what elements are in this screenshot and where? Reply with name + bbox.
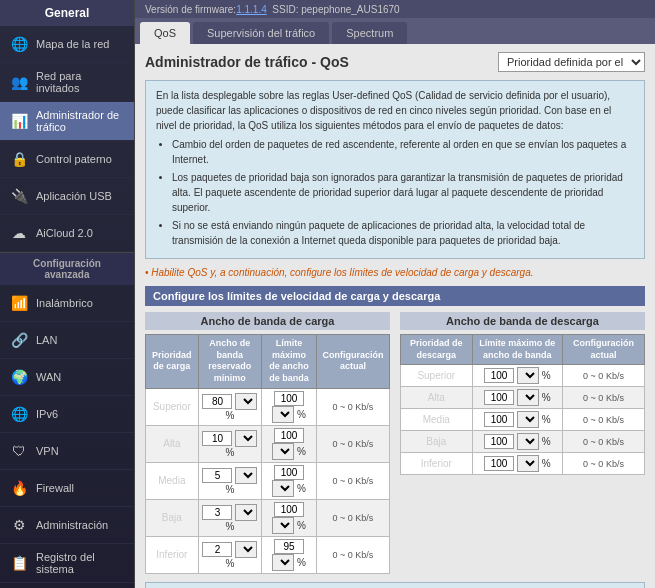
upload-min-input-1[interactable]	[202, 431, 232, 446]
upload-max-1[interactable]: ▼ %	[262, 425, 317, 462]
download-max-input-1[interactable]	[484, 390, 514, 405]
upload-box: Ancho de banda de carga Prioridad de car…	[145, 312, 390, 574]
sidebar-label-usb: Aplicación USB	[36, 190, 112, 202]
download-max-select-4[interactable]: ▼	[517, 455, 539, 472]
lan-icon: 🔗	[8, 329, 30, 351]
bullet-1: Cambio del orden de paquetes de red asce…	[172, 137, 634, 167]
upload-table: Prioridad de carga Ancho de banda reserv…	[145, 334, 390, 574]
sidebar-label-wireless: Inalámbrico	[36, 297, 93, 309]
download-max-2[interactable]: ▼ %	[472, 409, 562, 431]
sidebar-item-nettools[interactable]: 🔧 Herramientas de red	[0, 583, 134, 588]
tab-supervision[interactable]: Supervisión del tráfico	[193, 22, 329, 44]
download-max-3[interactable]: ▼ %	[472, 431, 562, 453]
tab-spectrum[interactable]: Spectrum	[332, 22, 407, 44]
upload-min-select-1[interactable]: ▼	[235, 430, 257, 447]
upload-row: Media ▼ % ▼ % 0 ~ 0 Kb/s	[146, 462, 390, 499]
upload-header-current: Configuración actual	[316, 335, 389, 389]
sidebar-label-firewall: Firewall	[36, 482, 74, 494]
upload-max-input-1[interactable]	[274, 428, 304, 443]
upload-max-input-2[interactable]	[274, 465, 304, 480]
download-max-input-3[interactable]	[484, 434, 514, 449]
sidebar-item-ipv6[interactable]: 🌐 IPv6	[0, 396, 134, 433]
download-max-input-0[interactable]	[484, 368, 514, 383]
download-title: Ancho de banda de descarga	[400, 312, 645, 330]
download-max-select-1[interactable]: ▼	[517, 389, 539, 406]
download-max-input-4[interactable]	[484, 456, 514, 471]
ipv6-icon: 🌐	[8, 403, 30, 425]
firmware-label: Versión de firmware:	[145, 4, 236, 15]
upload-row: Inferior ▼ % ▼ % 0 ~ 0 Kb/s	[146, 536, 390, 573]
upload-min-select-4[interactable]: ▼	[235, 541, 257, 558]
sidebar-group-general: General	[0, 0, 134, 26]
priority-dropdown[interactable]: Prioridad definida por el	[498, 52, 645, 72]
sidebar-item-red-invitados[interactable]: 👥 Red para invitados	[0, 63, 134, 102]
network-map-icon: 🌐	[8, 33, 30, 55]
download-max-select-2[interactable]: ▼	[517, 411, 539, 428]
upload-max-select-1[interactable]: ▼	[272, 443, 294, 460]
sidebar-item-control-paterno[interactable]: 🔒 Control paterno	[0, 141, 134, 178]
upload-min-0[interactable]: ▼ %	[198, 388, 261, 425]
upload-row: Alta ▼ % ▼ % 0 ~ 0 Kb/s	[146, 425, 390, 462]
firmware-version[interactable]: 1.1.1.4	[236, 4, 267, 15]
tab-bar: QoS Supervisión del tráfico Spectrum	[135, 18, 655, 44]
sidebar-item-firewall[interactable]: 🔥 Firewall	[0, 470, 134, 507]
upload-max-select-0[interactable]: ▼	[272, 406, 294, 423]
upload-min-input-0[interactable]	[202, 394, 232, 409]
upload-min-select-0[interactable]: ▼	[235, 393, 257, 410]
upload-max-select-3[interactable]: ▼	[272, 517, 294, 534]
upload-max-2[interactable]: ▼ %	[262, 462, 317, 499]
sidebar-item-aicloud[interactable]: ☁ AiCloud 2.0	[0, 215, 134, 252]
upload-min-input-4[interactable]	[202, 542, 232, 557]
download-max-select-0[interactable]: ▼	[517, 367, 539, 384]
upload-max-4[interactable]: ▼ %	[262, 536, 317, 573]
download-max-0[interactable]: ▼ %	[472, 365, 562, 387]
syslog-icon: 📋	[8, 552, 30, 574]
download-row: Alta ▼ % 0 ~ 0 Kb/s	[401, 387, 645, 409]
upload-min-input-2[interactable]	[202, 468, 232, 483]
sidebar-item-lan[interactable]: 🔗 LAN	[0, 322, 134, 359]
download-max-1[interactable]: ▼ %	[472, 387, 562, 409]
download-table: Prioridad de descarga Límite máximo de a…	[400, 334, 645, 475]
upload-max-input-4[interactable]	[274, 539, 304, 554]
sidebar-item-admin[interactable]: ⚙ Administración	[0, 507, 134, 544]
download-current-4: 0 ~ 0 Kb/s	[563, 453, 645, 475]
tab-qos[interactable]: QoS	[140, 22, 190, 44]
upload-max-0[interactable]: ▼ %	[262, 388, 317, 425]
download-row: Inferior ▼ % 0 ~ 0 Kb/s	[401, 453, 645, 475]
upload-min-pct-4: %	[225, 558, 234, 569]
sidebar-item-wireless[interactable]: 📶 Inalámbrico	[0, 285, 134, 322]
sidebar-item-mapa[interactable]: 🌐 Mapa de la red	[0, 26, 134, 63]
download-max-pct-2: %	[542, 414, 551, 425]
sidebar-item-wan[interactable]: 🌍 WAN	[0, 359, 134, 396]
upload-min-4[interactable]: ▼ %	[198, 536, 261, 573]
upload-max-input-3[interactable]	[274, 502, 304, 517]
upload-max-3[interactable]: ▼ %	[262, 499, 317, 536]
download-max-4[interactable]: ▼ %	[472, 453, 562, 475]
upload-header-max: Límite máximo de ancho de banda	[262, 335, 317, 389]
upload-min-select-3[interactable]: ▼	[235, 504, 257, 521]
usb-icon: 🔌	[8, 185, 30, 207]
download-row: Baja ▼ % 0 ~ 0 Kb/s	[401, 431, 645, 453]
upload-min-3[interactable]: ▼ %	[198, 499, 261, 536]
upload-max-pct-2: %	[297, 483, 306, 494]
sidebar-item-trafico[interactable]: 📊 Administrador de tráfico	[0, 102, 134, 141]
upload-priority-2: Media	[146, 462, 199, 499]
download-box: Ancho de banda de descarga Prioridad de …	[400, 312, 645, 574]
upload-max-pct-4: %	[297, 557, 306, 568]
upload-max-select-4[interactable]: ▼	[272, 554, 294, 571]
upload-max-select-2[interactable]: ▼	[272, 480, 294, 497]
download-max-pct-3: %	[542, 436, 551, 447]
sidebar-item-usb[interactable]: 🔌 Aplicación USB	[0, 178, 134, 215]
sidebar-item-syslog[interactable]: 📋 Registro del sistema	[0, 544, 134, 583]
sidebar-item-vpn[interactable]: 🛡 VPN	[0, 433, 134, 470]
upload-current-1: 0 ~ 0 Kb/s	[316, 425, 389, 462]
vpn-icon: 🛡	[8, 440, 30, 462]
upload-min-input-3[interactable]	[202, 505, 232, 520]
upload-max-input-0[interactable]	[274, 391, 304, 406]
download-max-select-3[interactable]: ▼	[517, 433, 539, 450]
upload-min-1[interactable]: ▼ %	[198, 425, 261, 462]
download-max-input-2[interactable]	[484, 412, 514, 427]
upload-min-select-2[interactable]: ▼	[235, 467, 257, 484]
ssid-label: SSID:	[272, 4, 298, 15]
upload-min-2[interactable]: ▼ %	[198, 462, 261, 499]
